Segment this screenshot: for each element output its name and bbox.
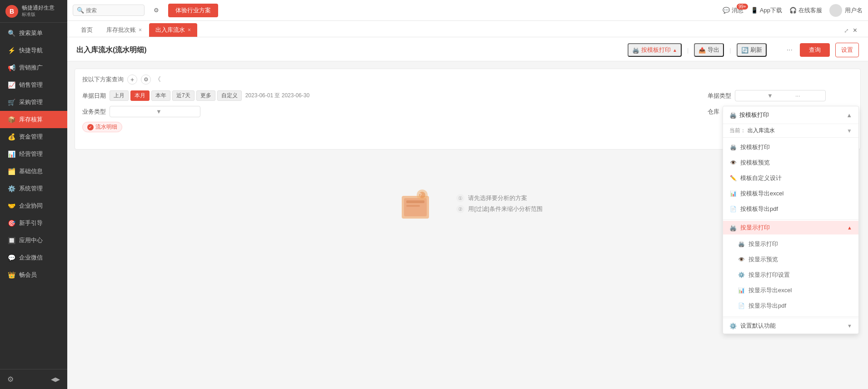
sidebar-item-search[interactable]: 🔍 搜索菜单: [0, 25, 67, 42]
display-group-header[interactable]: 🖨️ 按显示打印 ▲: [723, 221, 858, 234]
tab-batch-account-close[interactable]: ×: [139, 27, 142, 33]
search-input[interactable]: [86, 7, 140, 14]
export-excel-template-label: 按模板导出excel: [740, 190, 783, 198]
sidebar-collapse-icon[interactable]: ◀▶: [51, 376, 60, 383]
business-type-select[interactable]: ▼: [110, 106, 200, 117]
purchase-icon: 🛒: [7, 98, 15, 106]
sidebar-item-system[interactable]: ⚙️ 系统管理: [0, 180, 67, 197]
print-template-button[interactable]: 🖨️ 按模板打印 ▲: [628, 43, 682, 57]
flow-type-tag[interactable]: ✓ 流水明细: [82, 122, 122, 132]
guide-icon: 🎯: [7, 219, 15, 227]
operations-icon: 📊: [7, 150, 15, 158]
filter-settings-icon[interactable]: ⚙: [141, 75, 151, 85]
search-icon: 🔍: [77, 7, 84, 14]
date-current-month-button[interactable]: 本月: [130, 90, 150, 101]
flow-type-label: 流水明细: [95, 123, 117, 131]
sidebar-item-basic-info[interactable]: 🗂️ 基础信息: [0, 163, 67, 180]
export-excel-template-item[interactable]: 📊 按模板导出excel: [723, 186, 858, 201]
user-profile-button[interactable]: 用户名: [829, 4, 863, 17]
doc-type-more-icon: ···: [795, 92, 822, 99]
date-7days-button[interactable]: 近7天: [172, 90, 195, 101]
filter-title: 按以下方案查询: [82, 75, 124, 84]
export-button[interactable]: 📤 导出: [694, 43, 724, 57]
more-options-button[interactable]: ···: [785, 44, 794, 56]
preview-template-item[interactable]: 👁️ 按模板预览: [723, 155, 858, 170]
preview-display-label: 按显示预览: [748, 255, 778, 264]
set-default-button[interactable]: ⚙️ 设置默认功能 ▼: [723, 318, 858, 334]
doc-type-select[interactable]: ▼ ···: [735, 90, 826, 101]
tab-expand-button[interactable]: ⤢: [840, 24, 853, 37]
sidebar-item-quick-nav[interactable]: ⚡ 快捷导航: [0, 42, 67, 59]
settings-footer-icon: ⚙️: [729, 323, 737, 329]
design-item-icon: ✏️: [729, 175, 737, 182]
doc-type-label: 单据类型: [708, 92, 731, 100]
wecom-icon: 💬: [7, 254, 15, 262]
date-more-button[interactable]: 更多: [196, 90, 215, 101]
export-pdf-display-label: 按显示导出pdf: [748, 302, 786, 310]
app-download-button[interactable]: 📱 App下载: [751, 6, 782, 15]
design-template-item[interactable]: ✏️ 模板自定义设计: [723, 170, 858, 186]
filter-row-1: 单据日期 上月 本月 本年 近7天 更多 自定义 2023-06-01 至 20…: [82, 90, 853, 101]
sidebar-label-enterprise: 企业协同: [19, 202, 43, 210]
excel-icon: 📊: [729, 190, 737, 197]
window-controls: ×: [853, 26, 857, 35]
sidebar-item-guide[interactable]: 🎯 新手引导: [0, 214, 67, 232]
current-arrow-icon[interactable]: ▼: [847, 128, 852, 134]
filter-collapse-button[interactable]: 《: [155, 75, 161, 84]
inventory-icon: 📦: [7, 115, 15, 124]
dropdown-close-icon[interactable]: ▲: [846, 112, 852, 119]
sidebar-item-app-center[interactable]: 🔲 应用中心: [0, 232, 67, 249]
settings-button[interactable]: 设置: [835, 43, 859, 57]
online-support-label: 在线客服: [798, 6, 822, 15]
filter-add-button[interactable]: +: [127, 75, 137, 85]
export-pdf-template-label: 按模板导出pdf: [740, 205, 778, 213]
messages-button[interactable]: 💬 消息 99+: [723, 6, 743, 15]
date-current-year-button[interactable]: 本年: [151, 90, 170, 101]
sidebar-item-sales[interactable]: 📈 销售管理: [0, 76, 67, 94]
export-pdf-template-item[interactable]: 📄 按模板导出pdf: [723, 201, 858, 217]
refresh-button[interactable]: 🔄 刷新: [737, 43, 767, 57]
tab-home[interactable]: 首页: [75, 23, 99, 37]
app-name: 畅捷通好生意: [22, 5, 55, 12]
topbar-search-box[interactable]: 🔍: [73, 5, 145, 16]
print-display-item[interactable]: 🖨️ 按显示打印: [723, 236, 858, 252]
tabs-right-controls: ⤢ ×: [840, 24, 861, 37]
export-pdf-display-item[interactable]: 📄 按显示导出pdf: [723, 298, 858, 314]
business-type-field: 业务类型 ▼: [82, 106, 702, 117]
tab-in-out-flow[interactable]: 出入库流水 ×: [149, 23, 197, 37]
page-title: 出入库流水(流水明细): [76, 45, 147, 55]
settings-display-item[interactable]: ⚙️ 按显示打印设置: [723, 267, 858, 283]
sidebar-item-enterprise[interactable]: 🤝 企业协同: [0, 197, 67, 214]
query-button[interactable]: 查询: [800, 43, 830, 57]
trial-industry-button[interactable]: 体验行业方案: [168, 4, 218, 17]
pdf-icon: 📄: [729, 205, 737, 213]
sidebar-item-purchase[interactable]: 🛒 采购管理: [0, 94, 67, 111]
sidebar-item-operations[interactable]: 📊 经营管理: [0, 145, 67, 163]
sidebar-item-marketing[interactable]: 📢 营销推广: [0, 59, 67, 76]
print-template-item[interactable]: 🖨️ 按模板打印: [723, 140, 858, 155]
tab-in-out-flow-close[interactable]: ×: [188, 27, 191, 33]
tab-in-out-flow-label: 出入库流水: [155, 26, 185, 34]
preview-display-item[interactable]: 👁️ 按显示预览: [723, 252, 858, 267]
sidebar-item-inventory[interactable]: 📦 库存核算: [0, 111, 67, 128]
sidebar-nav: 🔍 搜索菜单 ⚡ 快捷导航 📢 营销推广 📈 销售管理 🛒 采购管理 📦: [0, 23, 67, 369]
sidebar-bottom: ⚙ ◀▶: [0, 369, 67, 389]
sidebar-item-finance[interactable]: 💰 资金管理: [0, 128, 67, 145]
sidebar-settings-icon[interactable]: ⚙: [7, 375, 14, 384]
topbar-gear-icon[interactable]: ⚙: [150, 4, 163, 17]
message-icon: 💬: [723, 7, 730, 14]
sidebar-item-member[interactable]: 👑 畅会员: [0, 266, 67, 284]
marketing-icon: 📢: [7, 64, 15, 72]
enterprise-icon: 🤝: [7, 202, 15, 210]
date-custom-button[interactable]: 自定义: [217, 90, 242, 101]
export-excel-display-item[interactable]: 📊 按显示导出excel: [723, 283, 858, 298]
sidebar-item-wecom[interactable]: 💬 企业微信: [0, 249, 67, 266]
online-support-button[interactable]: 🎧 在线客服: [789, 6, 822, 15]
refresh-icon: 🔄: [741, 47, 748, 54]
tab-batch-account[interactable]: 库存批次账 ×: [100, 23, 148, 37]
topbar: 🔍 ⚙ 体验行业方案 💬 消息 99+ 📱 App下载 🎧 在线客服: [67, 0, 868, 21]
empty-tip-2: ② 用[过滤]条件来缩小分析范围: [456, 205, 542, 213]
close-window-icon[interactable]: ×: [853, 26, 857, 35]
business-type-label: 业务类型: [82, 108, 106, 116]
date-prev-month-button[interactable]: 上月: [110, 90, 129, 101]
